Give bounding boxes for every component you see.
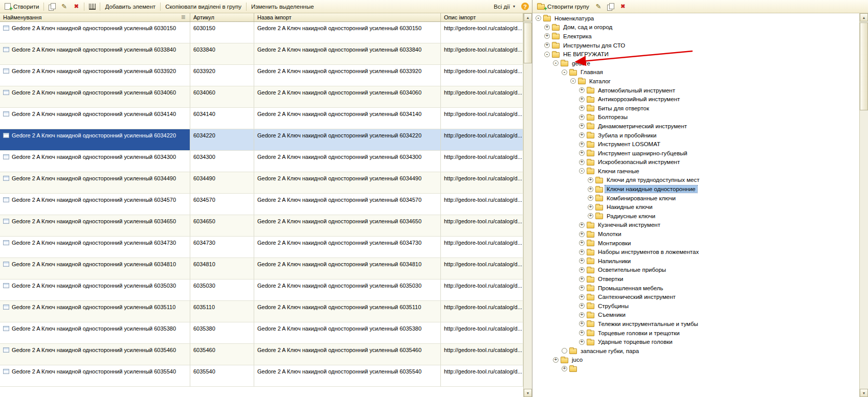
tree-item[interactable]: Осветительные приборы <box>532 266 859 275</box>
expander-icon[interactable] <box>579 330 585 336</box>
table-row[interactable]: Gedore 2 A Ключ накидной односторонний у… <box>0 322 523 344</box>
expander-icon[interactable] <box>544 42 550 48</box>
expander-icon[interactable] <box>579 294 585 300</box>
tree-scrollbar-thumb[interactable] <box>860 22 868 110</box>
list-scrollbar[interactable]: ▲ ▼ <box>523 13 532 397</box>
scroll-up-icon[interactable]: ▲ <box>860 13 868 21</box>
copy-selected-to-group-button[interactable]: Скопіювати виділені в групу <box>163 3 244 11</box>
add-element-button[interactable]: Добавить элемент <box>102 3 158 11</box>
table-row[interactable]: Gedore 2 A Ключ накидной односторонний у… <box>0 344 523 365</box>
table-row[interactable]: Gedore 2 A Ключ накидной односторонний у… <box>0 151 523 172</box>
expander-icon[interactable] <box>579 97 585 102</box>
expander-icon[interactable] <box>579 168 585 174</box>
tree-item[interactable]: Отвертки <box>532 274 859 284</box>
tree-item[interactable]: Съемники <box>532 311 859 320</box>
table-row[interactable]: Gedore 2 A Ключ накидной односторонний у… <box>0 22 523 43</box>
tree-item[interactable]: Номенклатура <box>532 14 859 23</box>
expander-icon[interactable] <box>579 159 585 165</box>
tree-item[interactable]: Инструмент LOSOMAT <box>532 139 859 149</box>
tree-item[interactable] <box>532 364 859 373</box>
table-row[interactable]: Gedore 2 A Ключ накидной односторонний у… <box>0 43 523 65</box>
expander-icon[interactable] <box>570 78 576 84</box>
create-button[interactable]: Створити <box>2 2 41 11</box>
tree-item[interactable]: Инструмент шарнирно-губцевый <box>532 149 859 158</box>
tree-item[interactable]: Биты для отверток <box>532 104 859 113</box>
table-row[interactable]: Gedore 2 A Ключ накидной односторонний у… <box>0 237 523 258</box>
tree-item[interactable]: Главная <box>532 68 859 77</box>
expander-icon[interactable] <box>579 123 585 129</box>
expander-icon[interactable] <box>588 195 593 201</box>
expander-icon[interactable] <box>588 186 593 192</box>
tree-item[interactable]: Торцевые головки и трещотки <box>532 329 859 338</box>
column-header-name[interactable]: Найменування ≣ <box>0 13 190 21</box>
tree-item[interactable]: Ключи накидные односторонние <box>532 184 859 194</box>
tree-item[interactable]: Ударные торцевые головки <box>532 337 859 346</box>
tree-item[interactable]: Дом, сад и огород <box>532 23 859 32</box>
tree-item[interactable]: Монтировки <box>532 239 859 248</box>
tree-item[interactable]: Комбинированные ключи <box>532 194 859 203</box>
table-row[interactable]: Gedore 2 A Ключ накидной односторонний у… <box>0 86 523 108</box>
tree-item[interactable]: НЕ ВИГРУЖАТИ <box>532 50 859 59</box>
expander-icon[interactable] <box>579 132 585 138</box>
tree-item[interactable]: Сантехнический инструмент <box>532 292 859 301</box>
tree-item[interactable]: Ключи гаечные <box>532 167 859 176</box>
tree-item[interactable]: Промышленная мебель <box>532 284 859 293</box>
scroll-up-icon[interactable]: ▲ <box>524 13 532 21</box>
delete-item-button[interactable]: ✖ <box>71 2 82 12</box>
edit-item-button[interactable]: ✎ <box>58 2 70 12</box>
tree-item[interactable]: Каталог <box>532 77 859 86</box>
expander-icon[interactable] <box>579 105 585 111</box>
tree-item[interactable]: Тележки инструментальные и тумбы <box>532 319 859 329</box>
expander-icon[interactable] <box>579 87 585 93</box>
tree-item[interactable]: Наборы инструментов в ложементах <box>532 247 859 256</box>
expander-icon[interactable] <box>579 222 585 228</box>
table-row[interactable]: Gedore 2 A Ключ накидной односторонний у… <box>0 129 523 151</box>
copy-item-button[interactable] <box>46 2 57 12</box>
edit-selected-button[interactable]: Изменить выделенные <box>249 3 317 11</box>
expander-icon[interactable] <box>553 357 559 363</box>
expander-icon[interactable] <box>562 69 567 75</box>
expander-icon[interactable] <box>562 348 567 354</box>
tree-item[interactable]: Зубила и пробойники <box>532 131 859 140</box>
tree-item[interactable]: Искробезопасный инструмент <box>532 158 859 167</box>
expander-icon[interactable] <box>544 25 550 30</box>
tree-item[interactable]: Болторезы <box>532 113 859 122</box>
table-row[interactable]: Gedore 2 A Ключ накидной односторонний у… <box>0 279 523 301</box>
scroll-down-icon[interactable]: ▼ <box>860 389 868 397</box>
expander-icon[interactable] <box>579 240 585 246</box>
table-row[interactable]: Gedore 2 A Ключ накидной односторонний у… <box>0 258 523 279</box>
tree-item[interactable]: Антикоррозийный инструмент <box>532 95 859 104</box>
expander-icon[interactable] <box>579 114 585 120</box>
tree-item[interactable]: запасные губки, пара <box>532 346 859 356</box>
expander-icon[interactable] <box>544 52 550 57</box>
expander-icon[interactable] <box>544 33 550 39</box>
tree-item[interactable]: Динамометрический инструмент <box>532 122 859 131</box>
expander-icon[interactable] <box>579 249 585 255</box>
scroll-down-icon[interactable]: ▼ <box>524 389 532 397</box>
column-header-article[interactable]: Артикул <box>190 13 254 21</box>
create-group-button[interactable]: + Створити групу <box>535 2 592 11</box>
expander-icon[interactable] <box>588 177 593 183</box>
expander-icon[interactable] <box>579 285 585 291</box>
expander-icon[interactable] <box>579 312 585 318</box>
tree-item[interactable]: Накидные ключи <box>532 202 859 212</box>
help-icon[interactable]: ? <box>521 3 529 10</box>
delete-group-button[interactable]: ✖ <box>617 2 629 12</box>
list-scrollbar-thumb[interactable] <box>524 22 532 63</box>
expander-icon[interactable] <box>579 276 585 282</box>
tree-item[interactable]: Струбцины <box>532 301 859 311</box>
tree-scrollbar[interactable]: ▲ ▼ <box>859 13 868 397</box>
all-actions-button[interactable]: Всі дії ▾ <box>491 3 518 11</box>
table-row[interactable]: Gedore 2 A Ключ накидной односторонний у… <box>0 215 523 237</box>
table-row[interactable]: Gedore 2 A Ключ накидной односторонний у… <box>0 108 523 129</box>
expander-icon[interactable] <box>579 231 585 237</box>
tree-item[interactable]: Ключи для труднодоступных мест <box>532 176 859 185</box>
expander-icon[interactable] <box>579 339 585 345</box>
tree-item[interactable]: Молотки <box>532 229 859 239</box>
expander-icon[interactable] <box>553 60 559 66</box>
tree-item[interactable]: Електрика <box>532 32 859 41</box>
tree-item[interactable]: gedore <box>532 59 859 68</box>
table-row[interactable]: Gedore 2 A Ключ накидной односторонний у… <box>0 365 523 387</box>
expander-icon[interactable] <box>579 303 585 309</box>
set-interval-button[interactable] <box>86 2 98 12</box>
